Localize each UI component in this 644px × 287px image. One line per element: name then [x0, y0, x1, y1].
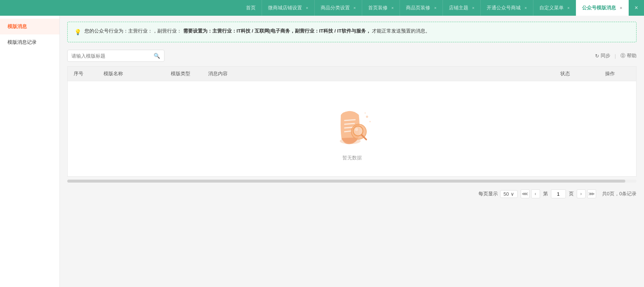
svg-point-11	[369, 121, 371, 122]
svg-point-9	[355, 128, 358, 131]
page-label: 第	[543, 190, 548, 197]
bulb-icon: 💡	[74, 28, 81, 37]
col-header-name: 模版名称	[98, 67, 165, 81]
help-icon: ⓪	[620, 52, 625, 59]
sync-icon: ↻	[595, 53, 599, 59]
main-layout: 模版消息模版消息记录 💡 您的公众号行业为：主营行业：，副营行业： 需要设置为：…	[0, 16, 644, 287]
empty-state: 暂无数据	[68, 81, 636, 176]
table-body: 暂无数据	[68, 81, 637, 177]
help-button[interactable]: ⓪ 帮助	[620, 52, 637, 59]
col-header-content: 消息内容	[202, 67, 554, 81]
tab-category[interactable]: 商品分类设置×	[315, 0, 362, 16]
tab-home-decor[interactable]: 首页装修×	[362, 0, 400, 16]
table-head: 序号模版名称模版类型消息内容状态操作	[68, 67, 637, 81]
last-page-button[interactable]: ⋙	[587, 189, 596, 198]
svg-line-4	[345, 131, 351, 132]
empty-illustration	[330, 104, 375, 149]
tab-close-open-mall[interactable]: ×	[524, 6, 527, 10]
close-all-button[interactable]: ×	[629, 4, 644, 11]
tab-close-product-decor[interactable]: ×	[434, 6, 436, 10]
horizontal-scrollbar[interactable]	[67, 180, 637, 183]
tab-close-template-msg[interactable]: ×	[620, 6, 622, 10]
search-input-wrap: 🔍	[67, 50, 164, 62]
pagination: 每页显示 50 ∨ ⋘ ‹ 第 页 › ⋙ 共0页，0条记录	[67, 186, 637, 200]
tab-label-home: 首页	[246, 4, 256, 11]
tab-bar: 首页微商城店铺设置×商品分类设置×首页装修×商品页装修×店铺主题×开通公众号商城…	[0, 0, 644, 16]
sidebar: 模版消息模版消息记录	[0, 16, 60, 287]
search-input[interactable]	[71, 53, 154, 59]
notice-box: 💡 您的公众号行业为：主营行业：，副营行业： 需要设置为：主营行业：IT科技 /…	[67, 22, 637, 42]
per-page-selector: 每页显示 50 ∨	[478, 190, 517, 198]
toolbar-right: ↻ 同步 | ⓪ 帮助	[595, 52, 637, 59]
data-table: 序号模版名称模版类型消息内容状态操作	[67, 66, 637, 177]
page-number-input[interactable]	[551, 189, 566, 198]
tab-label-category: 商品分类设置	[321, 4, 350, 11]
tab-label-home-decor: 首页装修	[368, 4, 388, 11]
toolbar-divider: |	[615, 53, 616, 59]
notice-text: 您的公众号行业为：主营行业：，副营行业： 需要设置为：主营行业：IT科技 / 互…	[84, 27, 430, 35]
tab-label-open-mall: 开通公众号商城	[487, 4, 521, 11]
per-page-label: 每页显示	[478, 190, 498, 197]
search-button[interactable]: 🔍	[154, 53, 160, 59]
sidebar-item-template-log[interactable]: 模版消息记录	[0, 34, 59, 50]
svg-point-10	[366, 116, 368, 118]
per-page-value: 50	[503, 191, 509, 197]
page-unit: 页	[569, 190, 574, 197]
col-header-type: 模版类型	[165, 67, 202, 81]
page-navigation: ⋘ ‹ 第 页 › ⋙	[521, 189, 596, 198]
scroll-thumb[interactable]	[67, 180, 625, 183]
col-header-status: 状态	[554, 67, 599, 81]
tab-shop-theme[interactable]: 店铺主题×	[443, 0, 481, 16]
tab-close-home-decor[interactable]: ×	[391, 6, 394, 10]
tab-custom-menu[interactable]: 自定义菜单×	[533, 0, 576, 16]
chevron-down-icon: ∨	[511, 191, 514, 197]
tab-template-msg[interactable]: 公众号模版消息×	[576, 0, 628, 16]
svg-line-2	[345, 123, 354, 124]
per-page-dropdown[interactable]: 50 ∨	[500, 190, 517, 198]
table-header-row: 序号模版名称模版类型消息内容状态操作	[68, 67, 637, 81]
total-info: 共0页，0条记录	[602, 190, 637, 197]
sync-label: 同步	[601, 52, 610, 59]
tab-label-micro-shop: 微商城店铺设置	[268, 4, 302, 11]
svg-line-1	[345, 120, 355, 120]
tab-label-product-decor: 商品页装修	[406, 4, 430, 11]
tab-product-decor[interactable]: 商品页装修×	[400, 0, 443, 16]
tab-label-custom-menu: 自定义菜单	[539, 4, 564, 11]
notice-highlight: 需要设置为：主营行业：IT科技 / 互联网|电子商务，副营行业：IT科技 / I…	[183, 28, 371, 34]
first-page-button[interactable]: ⋘	[521, 189, 530, 198]
tab-micro-shop[interactable]: 微商城店铺设置×	[262, 0, 314, 16]
empty-text: 暂无数据	[342, 155, 362, 161]
svg-point-12	[364, 112, 366, 114]
tab-label-shop-theme: 店铺主题	[449, 4, 468, 11]
help-label: 帮助	[627, 52, 637, 59]
tab-close-micro-shop[interactable]: ×	[306, 6, 308, 10]
empty-row: 暂无数据	[68, 81, 637, 177]
prev-page-button[interactable]: ‹	[531, 189, 540, 198]
tab-open-mall[interactable]: 开通公众号商城×	[481, 0, 533, 16]
next-page-button[interactable]: ›	[577, 189, 586, 198]
tab-home[interactable]: 首页	[240, 0, 262, 16]
tab-close-custom-menu[interactable]: ×	[567, 6, 570, 10]
tab-close-category[interactable]: ×	[354, 6, 356, 10]
tab-label-template-msg: 公众号模版消息	[582, 4, 616, 11]
col-header-seq: 序号	[68, 67, 98, 81]
search-bar: 🔍 ↻ 同步 | ⓪ 帮助	[67, 50, 637, 62]
sync-button[interactable]: ↻ 同步	[595, 52, 610, 59]
col-header-actions: 操作	[599, 67, 637, 81]
content-area: 💡 您的公众号行业为：主营行业：，副营行业： 需要设置为：主营行业：IT科技 /…	[60, 16, 644, 287]
tab-close-shop-theme[interactable]: ×	[472, 6, 474, 10]
sidebar-item-template-msg[interactable]: 模版消息	[0, 19, 59, 34]
